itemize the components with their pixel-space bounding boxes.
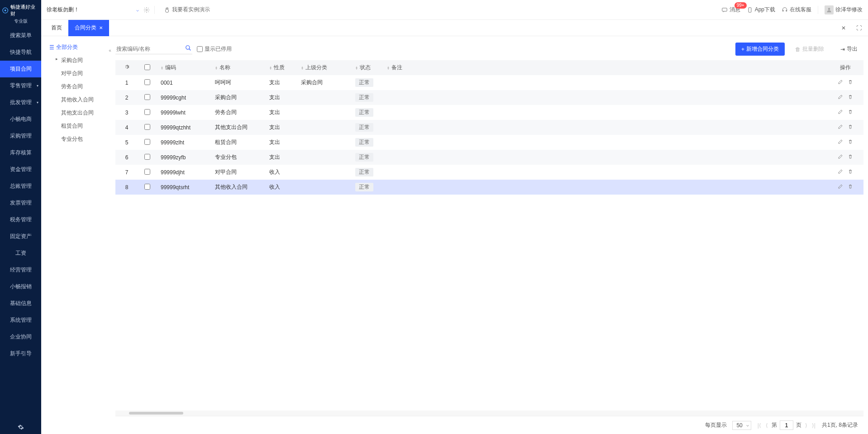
nav-item-17[interactable]: 系统管理 — [0, 312, 41, 329]
edit-button[interactable] — [838, 169, 843, 176]
prev-page-button[interactable]: ⟨ — [765, 422, 769, 429]
col-parent[interactable]: ▲▼上级分类 — [296, 60, 351, 75]
row-nature: 支出 — [265, 90, 296, 105]
delete-button[interactable] — [848, 124, 853, 131]
table-row[interactable]: 10001呵呵呵支出采购合同正常 — [115, 75, 863, 90]
nav-item-13[interactable]: 工资 — [0, 245, 41, 262]
table-row[interactable]: 799999djht对甲合同收入正常 — [115, 165, 863, 180]
nav-item-15[interactable]: 小畅报销 — [0, 278, 41, 295]
edit-button[interactable] — [838, 94, 843, 101]
support-button[interactable]: 在线客服 — [782, 6, 811, 14]
row-checkbox[interactable] — [144, 154, 150, 160]
user-menu[interactable]: 徐泽华修改 — [825, 5, 863, 14]
nav-item-4[interactable]: 批发管理▾ — [0, 94, 41, 111]
nav-item-10[interactable]: 发票管理 — [0, 195, 41, 211]
table-row[interactable]: 599999zlht租赁合同支出正常 — [115, 135, 863, 150]
delete-button[interactable] — [848, 79, 853, 86]
show-disabled-checkbox[interactable]: 显示已停用 — [197, 45, 232, 53]
page-input[interactable] — [780, 420, 793, 430]
tree-item-6[interactable]: 专业分包 — [55, 133, 109, 146]
delete-button[interactable] — [848, 109, 853, 116]
delete-button[interactable] — [848, 94, 853, 101]
col-select-all[interactable] — [138, 60, 156, 75]
tab-contract-category[interactable]: 合同分类 ✕ — [68, 20, 109, 36]
nav-item-1[interactable]: 快捷导航 — [0, 44, 41, 61]
per-page-select[interactable]: 50 — [732, 421, 751, 430]
nav-item-0[interactable]: 搜索菜单 — [0, 27, 41, 44]
batch-delete-button[interactable]: 🗑 批量删除 — [789, 43, 830, 56]
edit-button[interactable] — [838, 109, 843, 116]
nav-item-11[interactable]: 税务管理 — [0, 211, 41, 228]
nav-label: 批发管理 — [10, 99, 32, 106]
fullscreen-button[interactable]: ⛶ — [854, 23, 864, 33]
col-settings[interactable] — [115, 60, 138, 75]
collapse-tree-button[interactable]: « — [106, 43, 114, 57]
nav-item-8[interactable]: 资金管理 — [0, 161, 41, 178]
nav-item-14[interactable]: 经营管理 — [0, 262, 41, 278]
edit-button[interactable] — [838, 139, 843, 146]
demo-link[interactable]: 我要看实例演示 — [164, 6, 210, 14]
row-name: 其他收入合同 — [210, 180, 265, 195]
nav-item-2[interactable]: 项目合同 — [0, 61, 41, 77]
app-download-button[interactable]: App下载 — [747, 6, 775, 14]
first-page-button[interactable]: |⟨ — [757, 422, 762, 429]
edit-button[interactable] — [838, 184, 843, 191]
col-name[interactable]: ▲▼名称 — [210, 60, 265, 75]
select-all-checkbox[interactable] — [144, 64, 150, 70]
delete-button[interactable] — [848, 154, 853, 161]
add-category-button[interactable]: + 新增合同分类 — [735, 43, 785, 56]
tree-item-4[interactable]: 其他支出合同 — [55, 106, 109, 119]
tab-close-icon[interactable]: ✕ — [99, 25, 103, 30]
tree-item-0[interactable]: 采购合同 — [55, 54, 109, 67]
row-checkbox[interactable] — [144, 94, 150, 100]
table-row[interactable]: 299999cght采购合同支出正常 — [115, 90, 863, 105]
row-checkbox[interactable] — [144, 124, 150, 130]
tree-item-3[interactable]: 其他收入合同 — [55, 93, 109, 106]
edit-button[interactable] — [838, 124, 843, 131]
row-checkbox[interactable] — [144, 184, 150, 190]
tree-root[interactable]: ☰ 全部分类 — [46, 41, 109, 54]
nav-item-19[interactable]: 新手引导 — [0, 345, 41, 362]
edit-button[interactable] — [838, 79, 843, 86]
col-remark[interactable]: ▲▼备注 — [382, 60, 827, 75]
table-row[interactable]: 499999qtzhht其他支出合同支出正常 — [115, 120, 863, 135]
messages-button[interactable]: 消息 99+ — [721, 6, 740, 14]
org-selector[interactable]: 徐老板勿删！ ⌵ — [47, 6, 139, 14]
tree-item-1[interactable]: 对甲合同 — [55, 67, 109, 80]
next-page-button[interactable]: ⟩ — [804, 422, 808, 429]
col-code[interactable]: ▲▼编码 — [156, 60, 210, 75]
gear-icon[interactable] — [143, 7, 150, 13]
nav-item-16[interactable]: 基础信息 — [0, 295, 41, 312]
nav-item-7[interactable]: 库存核算 — [0, 144, 41, 161]
table-row[interactable]: 399999lwht劳务合同支出正常 — [115, 105, 863, 120]
row-checkbox[interactable] — [144, 169, 150, 175]
tab-home[interactable]: 首页 — [45, 20, 68, 36]
nav-item-9[interactable]: 总账管理 — [0, 178, 41, 195]
delete-button[interactable] — [848, 169, 853, 176]
col-nature[interactable]: ▲▼性质 — [265, 60, 296, 75]
nav-item-6[interactable]: 采购管理 — [0, 128, 41, 144]
search-input[interactable] — [115, 44, 192, 54]
row-checkbox[interactable] — [144, 139, 150, 145]
delete-button[interactable] — [848, 139, 853, 146]
export-button[interactable]: ⇥ 导出 — [835, 43, 863, 56]
nav-item-18[interactable]: 企业协同 — [0, 329, 41, 345]
last-page-button[interactable]: ⟩| — [811, 422, 816, 429]
tree-item-2[interactable]: 劳务合同 — [55, 80, 109, 93]
col-status[interactable]: ▲▼状态 — [351, 60, 382, 75]
edit-button[interactable] — [838, 154, 843, 161]
show-disabled-input[interactable] — [197, 46, 203, 52]
row-checkbox[interactable] — [144, 109, 150, 115]
table-row[interactable]: 899999qtsrht其他收入合同收入正常 — [115, 180, 863, 195]
delete-button[interactable] — [848, 184, 853, 191]
horizontal-scrollbar[interactable] — [115, 410, 863, 416]
nav-item-12[interactable]: 固定资产 — [0, 228, 41, 245]
nav-item-3[interactable]: 零售管理▾ — [0, 77, 41, 94]
tree-item-5[interactable]: 租赁合同 — [55, 119, 109, 133]
row-checkbox[interactable] — [144, 79, 150, 85]
close-all-tabs-button[interactable]: ✕ — [838, 23, 849, 33]
settings-icon[interactable] — [18, 424, 24, 430]
search-icon[interactable] — [185, 45, 191, 52]
table-row[interactable]: 699999zyfb专业分包支出正常 — [115, 150, 863, 165]
nav-item-5[interactable]: 小畅电商 — [0, 111, 41, 128]
